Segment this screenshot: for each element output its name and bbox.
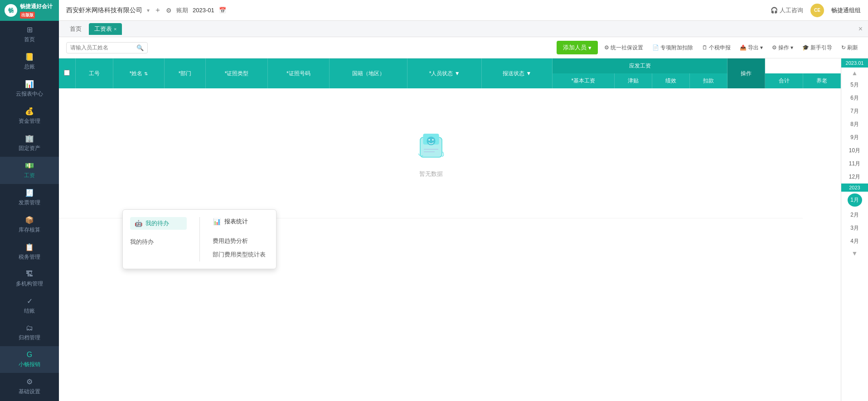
inventory-icon: 📦 — [25, 216, 34, 224]
cal-month-11[interactable]: 11月 — [841, 157, 868, 170]
salary-label: 工资 — [24, 172, 35, 179]
sidebar-item-archive[interactable]: 🗂 归档管理 — [0, 319, 59, 346]
toolbar-right: 添加人员 ▾ ⚙ 统一社保设置 📄 专项附加扣除 🗒 个税申报 📤 导 — [557, 41, 861, 54]
special-deduct-icon: 📄 — [652, 44, 659, 51]
logo-badge: 出版版 — [20, 12, 35, 19]
tax-return-button[interactable]: 🗒 个税申报 — [699, 42, 733, 53]
app-logo: 畅 畅捷通好会计 出版版 — [0, 0, 59, 21]
checkbox-header[interactable] — [59, 58, 75, 88]
sidebar-item-basic[interactable]: ⚙ 基础设置 — [0, 373, 59, 400]
cal-month-3[interactable]: 3月 — [841, 222, 868, 235]
th-id-number: *证照号码 — [267, 58, 329, 88]
cal-month-12[interactable]: 12月 — [841, 170, 868, 184]
support-button[interactable]: 🎧 人工咨询 — [771, 6, 803, 14]
popup-section-todo: 🤖 我的待办 我的待办 — [130, 217, 187, 261]
company-dropdown-icon[interactable]: ▾ — [147, 7, 150, 14]
sidebar-item-assets[interactable]: 🏢 固定资产 — [0, 130, 59, 157]
th-status[interactable]: *人员状态 ▼ — [407, 58, 482, 88]
cal-month-9[interactable]: 9月 — [841, 131, 868, 144]
refresh-label: 刷新 — [847, 44, 858, 52]
sidebar-items-container: ⊞ 首页 📒 总账 📊 云报表中心 💰 资金管理 🏢 固定资产 💵 工资 🧾 发… — [0, 21, 59, 401]
tab-salary-table[interactable]: 工资表 × — [89, 23, 122, 35]
tax-icon: 📋 — [25, 243, 34, 251]
cal-month-2[interactable]: 2月 — [841, 208, 868, 222]
export-label: 导出 — [748, 44, 759, 52]
sidebar-item-ledger[interactable]: 📒 总账 — [0, 48, 59, 75]
sidebar-item-invoice[interactable]: 🧾 发票管理 — [0, 184, 59, 211]
user-name: 畅捷通组组 — [831, 6, 861, 14]
th-deduction: 扣款 — [689, 73, 727, 88]
settings-icon[interactable]: ⚙ — [166, 7, 172, 14]
sidebar-item-tax[interactable]: 📋 税务管理 — [0, 238, 59, 266]
social-security-button[interactable]: ⚙ 统一社保设置 — [601, 42, 646, 53]
search-box[interactable]: 🔍 — [66, 42, 148, 53]
tax-return-label: 个税申报 — [709, 44, 731, 52]
popup-item-cost-trend[interactable]: 费用趋势分析 — [213, 234, 269, 248]
sidebar-item-multi[interactable]: 🏗 多机构管理 — [0, 266, 59, 292]
sidebar-item-inventory[interactable]: 📦 库存核算 — [0, 211, 59, 238]
svg-point-4 — [432, 139, 433, 140]
th-employee-id: 工号 — [75, 58, 113, 88]
sidebar-item-salary[interactable]: 💵 工资 — [0, 157, 59, 184]
sidebar-item-funds[interactable]: 💰 资金管理 — [0, 102, 59, 130]
cal-prev-icon[interactable]: ▲ — [841, 68, 868, 78]
operations-button[interactable]: ⚙ 操作 ▾ — [769, 42, 796, 53]
todo-title-label: 我的待办 — [145, 219, 169, 227]
reports-icon: 📊 — [25, 80, 34, 88]
popup-overlay: 🤖 我的待办 我的待办 📊 报表统计 费用趋势分析 部门费用类型统计表 — [122, 209, 276, 269]
reports-icon: 📊 — [213, 217, 222, 226]
sidebar-item-reports[interactable]: 📊 云报表中心 — [0, 75, 59, 102]
cal-month-10[interactable]: 10月 — [841, 144, 868, 157]
multi-label: 多机构管理 — [16, 280, 43, 288]
tabbar: 首页 工资表 × × — [59, 21, 868, 37]
th-report-status[interactable]: 报送状态 ▼ — [482, 58, 553, 88]
refresh-icon: ↻ — [841, 44, 846, 51]
empty-icon — [413, 128, 449, 164]
cal-month-4[interactable]: 4月 — [841, 235, 868, 248]
operations-icon: ⚙ — [772, 44, 777, 51]
export-button[interactable]: 📤 导出 ▾ — [737, 42, 766, 53]
empty-label: 暂无数据 — [419, 170, 443, 178]
avatar: CE — [810, 4, 824, 17]
popup-todo-title[interactable]: 🤖 我的待办 — [130, 217, 187, 230]
search-icon: 🔍 — [136, 44, 144, 51]
guide-label: 新手引导 — [810, 44, 832, 52]
popup-item-todo[interactable]: 我的待办 — [130, 235, 187, 249]
social-security-label: 统一社保设置 — [611, 44, 643, 52]
popup-divider — [199, 217, 200, 261]
cal-month-7[interactable]: 7月 — [841, 105, 868, 118]
th-name[interactable]: *姓名 ⇅ — [113, 58, 164, 88]
empty-state-cell: 暂无数据 — [59, 88, 803, 218]
sort-icon: ⇅ — [144, 71, 148, 76]
cal-month-1[interactable]: 1月 — [848, 193, 862, 207]
cal-next-icon[interactable]: ▼ — [841, 248, 868, 259]
th-allowance: 津贴 — [614, 73, 652, 88]
sidebar: 畅 畅捷通好会计 出版版 ⊞ 首页 📒 总账 📊 云报表中心 💰 资金管理 🏢 … — [0, 0, 59, 401]
refresh-button[interactable]: ↻ 刷新 — [839, 42, 861, 53]
sidebar-item-home[interactable]: ⊞ 首页 — [0, 21, 59, 48]
popup-reports-title[interactable]: 📊 报表统计 — [213, 217, 269, 229]
cal-month-5[interactable]: 5月 — [841, 78, 868, 92]
sidebar-item-xiaochang[interactable]: G 小畅报销 — [0, 346, 59, 373]
popup-item-dept-cost[interactable]: 部门费用类型统计表 — [213, 248, 269, 261]
add-company-icon[interactable]: ＋ — [154, 5, 161, 15]
guide-button[interactable]: 🎓 新手引导 — [800, 42, 835, 53]
cal-header: 2023.01 — [841, 58, 868, 68]
special-deduct-button[interactable]: 📄 专项附加扣除 — [650, 42, 696, 53]
add-person-button[interactable]: 添加人员 ▾ — [557, 41, 598, 54]
cal-month-6[interactable]: 6月 — [841, 92, 868, 105]
tab-home[interactable]: 首页 — [64, 23, 87, 35]
select-all-checkbox[interactable] — [64, 70, 70, 76]
export-icon: 📤 — [740, 44, 747, 51]
calendar-icon[interactable]: 📅 — [219, 7, 226, 14]
th-department: *部门 — [164, 58, 206, 88]
tab-home-label: 首页 — [70, 25, 82, 33]
search-input[interactable] — [70, 44, 134, 51]
add-person-chevron: ▾ — [588, 44, 592, 51]
cal-month-8[interactable]: 8月 — [841, 118, 868, 131]
tab-close-icon[interactable]: × — [114, 26, 116, 32]
sidebar-item-closing[interactable]: ✓ 结账 — [0, 292, 59, 319]
ledger-icon: 📒 — [25, 53, 34, 61]
basic-label: 基础设置 — [19, 388, 40, 396]
close-tab-icon[interactable]: × — [858, 25, 863, 33]
